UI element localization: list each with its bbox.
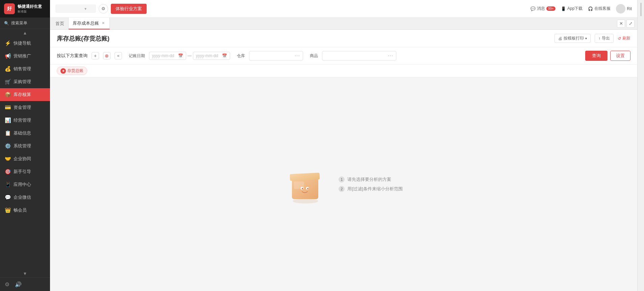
scheme-text: 存货总账	[67, 68, 83, 74]
nav-path-chevron: ▾	[84, 6, 86, 11]
inventory-icon: 📦	[5, 92, 11, 98]
content-area: 库存总账(存货总账) 🖨 按模板打印 ▾ ↑ 导出 ↺ 刷新 按以下方案查询	[50, 30, 637, 291]
goods-label: 商品	[310, 53, 318, 59]
operations-icon: 📊	[5, 117, 11, 123]
system-icon: ⚙️	[5, 143, 11, 149]
sidebar-item-wechat[interactable]: 💬 企业微信	[0, 191, 50, 204]
sidebar-item-quick-nav[interactable]: ⚡ 快捷导航	[0, 37, 50, 50]
filter-collapse-btn[interactable]: «	[115, 52, 122, 59]
page-title: 库存总账(存货总账)	[57, 34, 109, 43]
sidebar-item-guide[interactable]: 🎯 新手引导	[0, 165, 50, 178]
user-name: Rit	[627, 6, 632, 11]
sidebar-item-member[interactable]: 👑 畅会员	[0, 204, 50, 217]
tip-num-1: 1	[339, 176, 345, 183]
tab-inventory-cost[interactable]: 库存成本总账 ✕	[69, 18, 110, 29]
guide-icon: 🎯	[5, 169, 11, 175]
sales-icon: 💰	[5, 66, 11, 72]
sidebar-item-sales[interactable]: 💰 销售管理	[0, 63, 50, 75]
search-menu-item[interactable]: 🔍 搜索菜单	[0, 18, 50, 29]
warehouse-more-icon: ···	[295, 53, 300, 59]
audio-footer-icon[interactable]: 🔊	[15, 281, 22, 288]
sidebar-item-cooperation[interactable]: 🤝 企业协同	[0, 152, 50, 165]
sidebar-nav: ⚡ 快捷导航 📢 营销推广 💰 销售管理 🛒 采购管理 📦 库存核算 💳 资金管…	[0, 37, 50, 270]
date-field-label: 记账日期	[129, 53, 145, 59]
empty-state: 1 请先选择要分析的方案 2 用[过滤]条件来缩小分析范围	[50, 77, 637, 291]
search-icon: 🔍	[4, 21, 9, 26]
phone-icon: 📱	[561, 6, 566, 11]
filter-add-btn[interactable]: +	[92, 52, 99, 59]
tab-collapse-btn[interactable]: ✕	[617, 20, 625, 28]
goods-select[interactable]: ···	[322, 51, 396, 60]
sidebar-item-finance[interactable]: 💳 资金管理	[0, 101, 50, 114]
wechat-icon: 💬	[5, 194, 11, 200]
nav-path[interactable]: ▾	[55, 4, 96, 13]
sidebar-item-marketing[interactable]: 📢 营销推广	[0, 50, 50, 63]
app-download-btn[interactable]: 📱 App下载	[561, 6, 583, 11]
scroll-up-btn[interactable]: ▲	[0, 29, 50, 37]
quick-nav-icon: ⚡	[5, 40, 11, 46]
sidebar-item-purchase[interactable]: 🛒 采购管理	[0, 75, 50, 88]
header-actions: 🖨 按模板打印 ▾ ↑ 导出 ↺ 刷新	[554, 34, 630, 43]
refresh-icon: ↺	[618, 36, 621, 41]
topbar-right: 💬 消息 99+ 📱 App下载 🎧 在线客服 Rit	[530, 4, 632, 14]
scheme-icon: ★	[60, 68, 66, 74]
tip-item-2: 2 用[过滤]条件来缩小分析范围	[339, 186, 402, 192]
date-start-input[interactable]: yyyy-mm-dd 📅	[149, 52, 186, 60]
tip-text-1: 请先选择要分析的方案	[347, 176, 391, 183]
headset-icon: 🎧	[588, 6, 593, 11]
warehouse-select[interactable]: ···	[249, 51, 303, 60]
tab-home[interactable]: 首页	[51, 18, 69, 29]
print-icon: 🖨	[558, 36, 562, 41]
date-end-input[interactable]: yyyy-mm-dd 📅	[193, 52, 230, 60]
tip-item-1: 1 请先选择要分析的方案	[339, 176, 402, 183]
messages-btn[interactable]: 💬 消息 99+	[530, 6, 555, 11]
print-dropdown-icon: ▾	[585, 37, 587, 40]
print-btn[interactable]: 🖨 按模板打印 ▾	[554, 34, 591, 43]
tab-expand-btn[interactable]: ⤢	[626, 20, 635, 28]
nav-path-text	[59, 6, 83, 11]
member-icon: 👑	[5, 207, 11, 213]
sidebar-item-app-center[interactable]: 📱 应用中心	[0, 178, 50, 191]
user-avatar	[616, 4, 625, 14]
filter-remove-btn[interactable]: ⊗	[103, 52, 110, 59]
right-panel[interactable]	[637, 0, 644, 291]
export-btn[interactable]: ↑ 导出	[595, 34, 614, 43]
user-info[interactable]: Rit	[616, 4, 632, 14]
sidebar-footer: ⚙ 🔊	[0, 277, 50, 291]
tabs-bar: 首页 库存成本总账 ✕ ✕ ⤢	[50, 18, 637, 30]
topbar: ▾ ⚙ 体验行业方案 💬 消息 99+ 📱 App下载 🎧 在线客服 Rit	[50, 0, 637, 18]
calendar-end-icon: 📅	[222, 53, 227, 58]
empty-tips: 1 请先选择要分析的方案 2 用[过滤]条件来缩小分析范围	[339, 176, 402, 192]
message-icon: 💬	[530, 6, 536, 11]
scheme-tag[interactable]: ★ 存货总账	[57, 67, 87, 75]
refresh-btn[interactable]: ↺ 刷新	[618, 35, 630, 41]
app-logo: 好 畅捷通好生意 标准版	[0, 0, 50, 18]
sidebar-item-system[interactable]: ⚙️ 系统管理	[0, 140, 50, 152]
scroll-down-btn[interactable]: ▼	[0, 270, 50, 277]
query-btn[interactable]: 查询	[585, 51, 608, 61]
online-service-btn[interactable]: 🎧 在线客服	[588, 6, 611, 11]
sidebar-item-inventory[interactable]: 📦 库存核算	[0, 88, 50, 101]
tab-close-btn[interactable]: ✕	[101, 20, 105, 26]
empty-box-svg	[284, 164, 325, 204]
goods-more-icon: ···	[388, 53, 393, 59]
logo-icon: 好	[4, 3, 15, 14]
svg-point-6	[302, 188, 303, 189]
messages-badge: 99+	[546, 6, 555, 11]
sidebar-item-operations[interactable]: 📊 经营管理	[0, 114, 50, 127]
industry-btn[interactable]: 体验行业方案	[111, 4, 147, 14]
basic-info-icon: 📋	[5, 130, 11, 136]
settings-footer-icon[interactable]: ⚙	[5, 281, 9, 288]
main-area: ▾ ⚙ 体验行业方案 💬 消息 99+ 📱 App下载 🎧 在线客服 Rit	[50, 0, 637, 291]
topbar-left: ▾ ⚙ 体验行业方案	[55, 4, 526, 14]
svg-point-7	[307, 188, 308, 189]
app-center-icon: 📱	[5, 181, 11, 188]
gear-button[interactable]: ⚙	[99, 4, 108, 14]
page-header: 库存总账(存货总账) 🖨 按模板打印 ▾ ↑ 导出 ↺ 刷新	[50, 30, 637, 47]
tip-text-2: 用[过滤]条件来缩小分析范围	[347, 186, 402, 192]
filter-area: 按以下方案查询 + ⊗ « 记账日期 yyyy-mm-dd 📅 — yyyy-m…	[50, 47, 637, 65]
sidebar-item-basic-info[interactable]: 📋 基础信息	[0, 127, 50, 140]
settings-btn[interactable]: 设置	[610, 51, 630, 61]
tip-num-2: 2	[339, 186, 345, 192]
purchase-icon: 🛒	[5, 79, 11, 85]
